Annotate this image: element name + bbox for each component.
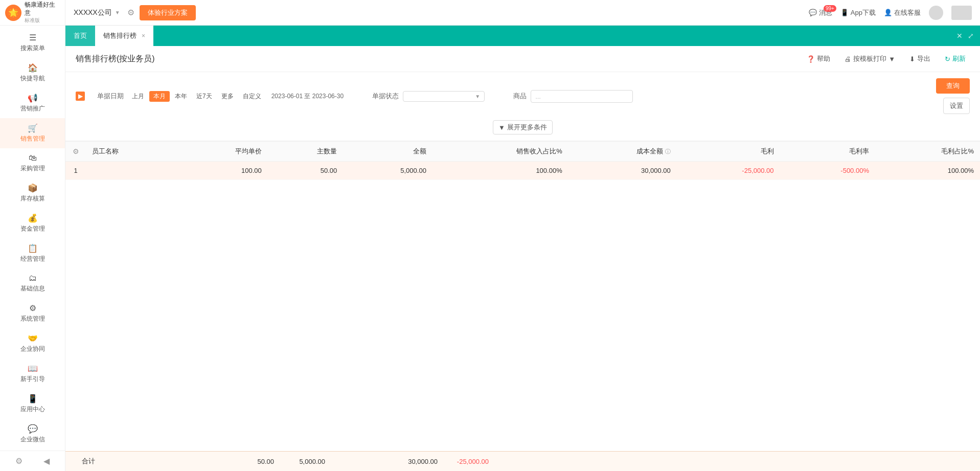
online-service-button[interactable]: 👤 在线客服 bbox=[884, 8, 921, 17]
trial-button[interactable]: 体验行业方案 bbox=[140, 5, 196, 20]
sidebar-item-label: 基础信息 bbox=[20, 284, 45, 293]
query-button[interactable]: 查询 bbox=[936, 78, 970, 94]
filter-setting-button[interactable]: 设置 bbox=[943, 98, 970, 114]
date-shortcut-this-year[interactable]: 本年 bbox=[171, 91, 191, 102]
tab-close-icon[interactable]: × bbox=[142, 32, 145, 39]
page-content: 销售排行榜(按业务员) ❓ 帮助 🖨 按模板打印 ▼ ⬇ 导出 ↻ 刷新 bbox=[65, 46, 980, 471]
sidebar-item-label: 经营管理 bbox=[20, 255, 45, 263]
message-button[interactable]: 💬 消息 99+ bbox=[809, 8, 832, 17]
date-shortcut-more[interactable]: 更多 bbox=[217, 91, 238, 102]
sidebar-item-marketing[interactable]: 📢 营销推广 bbox=[0, 88, 65, 118]
appcenter-icon: 📱 bbox=[28, 394, 38, 403]
system-icon: ⚙ bbox=[29, 303, 36, 313]
filter-row-1: ▶ 单据日期 上月 本月 本年 近7天 更多 自定义 2023-06-01 至 … bbox=[76, 78, 970, 114]
sidebar-collapse-button[interactable]: ◀ bbox=[43, 456, 50, 466]
expand-more-button[interactable]: ▼ 展开更多条件 bbox=[493, 120, 553, 134]
help-button[interactable]: ❓ 帮助 bbox=[803, 52, 834, 65]
sidebar-item-purchase[interactable]: 🛍 采购管理 bbox=[0, 148, 65, 178]
date-label: 单据日期 bbox=[97, 92, 124, 101]
logo-tag: 标准版 bbox=[25, 17, 60, 24]
status-select-chevron: ▼ bbox=[475, 94, 480, 99]
data-table: ⚙ 员工名称 平均单价 主数量 全额 销售收入占比% 成本全额 ⓘ 毛利 毛利率… bbox=[65, 141, 980, 180]
refresh-button[interactable]: ↻ 刷新 bbox=[941, 52, 970, 65]
sidebar-item-label: 新手引导 bbox=[20, 375, 45, 384]
refresh-icon: ↻ bbox=[945, 55, 950, 63]
cell-gross-rate: -500.00% bbox=[780, 162, 875, 180]
col-settings[interactable]: ⚙ bbox=[65, 142, 86, 162]
col-sales-pct: 销售收入占比% bbox=[432, 142, 568, 162]
window-close-icon[interactable]: ✕ bbox=[956, 32, 963, 40]
table-header-row: ⚙ 员工名称 平均单价 主数量 全额 销售收入占比% 成本全额 ⓘ 毛利 毛利率… bbox=[65, 142, 980, 162]
header-right: 💬 消息 99+ 📱 App下载 👤 在线客服 bbox=[809, 6, 972, 20]
filter-area: ▶ 单据日期 上月 本月 本年 近7天 更多 自定义 2023-06-01 至 … bbox=[65, 72, 980, 141]
sidebar-item-basicinfo[interactable]: 🗂 基础信息 bbox=[0, 268, 65, 298]
sidebar-item-newbie[interactable]: 📖 新手引导 bbox=[0, 358, 65, 389]
home-icon: 🏠 bbox=[28, 63, 38, 73]
expand-icon: ▼ bbox=[498, 124, 505, 131]
table-footer: 合计 50.00 5,000.00 30,000.00 -25,000.00 bbox=[65, 451, 980, 471]
newbie-icon: 📖 bbox=[28, 364, 38, 373]
window-expand-icon[interactable]: ⤢ bbox=[968, 32, 974, 40]
user-name-display bbox=[951, 6, 972, 20]
export-label: 导出 bbox=[917, 54, 930, 63]
filter-expand-arrow[interactable]: ▶ bbox=[76, 92, 85, 101]
sidebar-item-label: 系统管理 bbox=[20, 315, 45, 323]
tab-sales-ranking[interactable]: 销售排行榜 × bbox=[95, 26, 153, 46]
sidebar-item-appcenter[interactable]: 📱 应用中心 bbox=[0, 389, 65, 419]
cell-avg-price: 100.00 bbox=[177, 162, 268, 180]
sidebar-item-search[interactable]: ☰ 搜索菜单 bbox=[0, 28, 65, 58]
company-settings-icon[interactable]: ⚙ bbox=[127, 8, 134, 17]
sidebar: 🌟 畅康通好生意 标准版 ☰ 搜索菜单 🏠 快捷导航 📢 营销推广 🛒 销售管理… bbox=[0, 0, 65, 471]
sidebar-item-inventory[interactable]: 📦 库存核算 bbox=[0, 178, 65, 208]
date-shortcut-7days[interactable]: 近7天 bbox=[192, 91, 216, 102]
wechat-icon: 💬 bbox=[28, 424, 38, 434]
sales-icon: 🛒 bbox=[28, 123, 38, 133]
col-avg-price: 平均单价 bbox=[177, 142, 268, 162]
table-settings-icon[interactable]: ⚙ bbox=[73, 147, 79, 155]
date-shortcuts: 上月 本月 本年 近7天 更多 自定义 bbox=[128, 91, 265, 102]
col-gross: 毛利 bbox=[677, 142, 780, 162]
date-shortcut-last-month[interactable]: 上月 bbox=[128, 91, 148, 102]
date-shortcut-this-month[interactable]: 本月 bbox=[149, 91, 170, 102]
date-shortcut-custom[interactable]: 自定义 bbox=[239, 91, 265, 102]
status-filter: 单据状态 ▼ bbox=[372, 91, 485, 102]
sidebar-footer: ⚙ ◀ bbox=[0, 451, 65, 471]
app-download-button[interactable]: 📱 App下载 bbox=[840, 8, 876, 17]
cell-rank: 1 bbox=[65, 162, 86, 180]
expand-section: ▼ 展开更多条件 bbox=[76, 116, 970, 134]
message-badge: 99+ bbox=[824, 5, 836, 12]
sidebar-item-enterprise-wechat[interactable]: 💬 企业微信 bbox=[0, 419, 65, 449]
sidebar-item-quicknav[interactable]: 🏠 快捷导航 bbox=[0, 58, 65, 88]
company-selector[interactable]: XXXXX公司 ▼ bbox=[74, 8, 120, 17]
cell-amount: 5,000.00 bbox=[343, 162, 432, 180]
sidebar-item-finance[interactable]: 💰 资金管理 bbox=[0, 208, 65, 238]
status-select[interactable]: ▼ bbox=[403, 91, 485, 102]
sidebar-item-enterprise-coop[interactable]: 🤝 企业协同 bbox=[0, 328, 65, 358]
sidebar-settings-button[interactable]: ⚙ bbox=[15, 456, 22, 466]
footer-amount: 5,000.00 bbox=[280, 458, 331, 465]
tab-bar: 首页 销售排行榜 × ✕ ⤢ bbox=[65, 26, 980, 46]
tab-home[interactable]: 首页 bbox=[65, 26, 95, 46]
col-cost: 成本全额 ⓘ bbox=[568, 142, 677, 162]
sidebar-item-system[interactable]: ⚙ 系统管理 bbox=[0, 298, 65, 328]
export-button[interactable]: ⬇ 导出 bbox=[905, 52, 935, 65]
table-area: ⚙ 员工名称 平均单价 主数量 全额 销售收入占比% 成本全额 ⓘ 毛利 毛利率… bbox=[65, 141, 980, 451]
help-label: 帮助 bbox=[817, 54, 830, 63]
export-icon: ⬇ bbox=[909, 55, 915, 63]
top-header: XXXXX公司 ▼ ⚙ 体验行业方案 💬 消息 99+ 📱 App下载 👤 在线… bbox=[65, 0, 980, 26]
user-avatar[interactable] bbox=[929, 6, 943, 20]
sidebar-item-operations[interactable]: 📋 经营管理 bbox=[0, 238, 65, 268]
cell-cost: 30,000.00 bbox=[568, 162, 677, 180]
sidebar-item-label: 搜索菜单 bbox=[20, 44, 45, 53]
sidebar-item-label: 企业协同 bbox=[20, 345, 45, 353]
message-icon: 💬 bbox=[809, 9, 817, 16]
tab-right-actions: ✕ ⤢ bbox=[950, 26, 980, 46]
sidebar-item-sales[interactable]: 🛒 销售管理 bbox=[0, 118, 65, 148]
footer-cost: 30,000.00 bbox=[393, 458, 444, 465]
purchase-icon: 🛍 bbox=[29, 153, 37, 163]
marketing-icon: 📢 bbox=[28, 93, 38, 103]
print-button[interactable]: 🖨 按模板打印 ▼ bbox=[840, 52, 899, 65]
goods-input[interactable]: ... bbox=[531, 90, 633, 103]
sidebar-item-label: 资金管理 bbox=[20, 225, 45, 233]
service-label: 在线客服 bbox=[894, 8, 921, 17]
